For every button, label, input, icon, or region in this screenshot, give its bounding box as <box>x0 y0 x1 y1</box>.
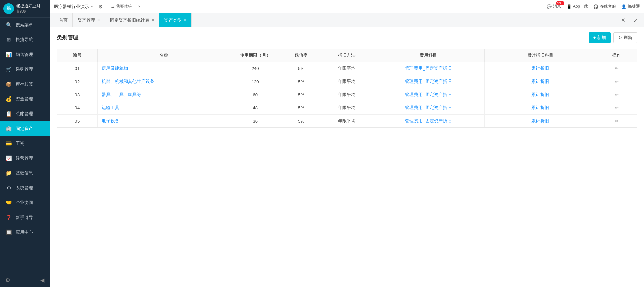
header-actions: + 新增 ↻ 刷新 <box>589 32 637 43</box>
table-row: 01 房屋及建筑物 240 5% 年限平均 管理费用_固定资产折旧 累计折旧 ✏ <box>57 62 637 75</box>
col-header-expense: 费用科目 <box>372 49 484 62</box>
sidebar-item-ledger[interactable]: 📋 总账管理 <box>0 106 50 121</box>
nav-label-search: 搜索菜单 <box>16 22 33 28</box>
topbar-settings-button[interactable]: ⚙ <box>96 2 105 11</box>
edit-icon[interactable]: ✏ <box>615 92 619 97</box>
table-row: 05 电子设备 36 5% 年限平均 管理费用_固定资产折旧 累计折旧 ✏ <box>57 115 637 128</box>
tab-close-button[interactable]: ✕ <box>618 15 628 25</box>
edit-icon[interactable]: ✏ <box>615 105 619 110</box>
col-header-accum: 累计折旧科目 <box>484 49 596 62</box>
tab-asset-type[interactable]: 资产类型 ✕ <box>159 13 192 27</box>
cell-name: 运输工具 <box>98 101 230 115</box>
edit-icon[interactable]: ✏ <box>615 79 619 84</box>
nav-label-purchase: 采购管理 <box>16 66 33 72</box>
nav-icon-system: ⚙ <box>5 185 12 191</box>
sidebar-item-operations[interactable]: 📈 经营管理 <box>0 151 50 166</box>
sidebar: 畅 畅捷通好业财 普及版 🔍 搜索菜单 ⊞ 快捷导航 📊 销售管理 🛒 采购管理… <box>0 0 50 287</box>
sidebar-item-fixed-assets[interactable]: 🏢 固定资产 <box>0 121 50 136</box>
nav-label-quick-nav: 快捷导航 <box>16 37 33 43</box>
col-header-action: 操作 <box>596 49 637 62</box>
nav-icon-cooperation: 🤝 <box>5 199 12 206</box>
cell-residual: 5% <box>281 75 321 88</box>
refresh-button[interactable]: ↻ 刷新 <box>613 32 637 43</box>
app-download-icon: 📱 <box>566 4 572 9</box>
settings-icon[interactable]: ⚙ <box>5 277 10 283</box>
col-header-period: 使用期限（月） <box>230 49 281 62</box>
sidebar-item-cooperation[interactable]: 🤝 企业协同 <box>0 195 50 210</box>
cell-expense: 管理费用_固定资产折旧 <box>372 88 484 101</box>
nav-label-system: 系统管理 <box>16 185 33 191</box>
cell-accum: 累计折旧 <box>484 75 596 88</box>
cell-residual: 5% <box>281 115 321 128</box>
table-row: 04 运输工具 48 5% 年限平均 管理费用_固定资产折旧 累计折旧 ✏ <box>57 101 637 115</box>
topbar-dropdown-icon[interactable]: ▾ <box>91 4 93 9</box>
nav-label-cooperation: 企业协同 <box>16 200 33 206</box>
sidebar-item-app-center[interactable]: 🔲 应用中心 <box>0 225 50 240</box>
topbar-app-download[interactable]: 📱 App下载 <box>566 4 588 9</box>
cell-method: 年限平均 <box>321 101 372 115</box>
cell-period: 36 <box>230 115 281 128</box>
cell-accum: 累计折旧 <box>484 62 596 75</box>
nav-label-fixed-assets: 固定资产 <box>16 126 33 132</box>
sidebar-item-purchase[interactable]: 🛒 采购管理 <box>0 62 50 77</box>
online-service-label: 在线客服 <box>600 4 616 9</box>
tab-asset-type-close[interactable]: ✕ <box>184 18 187 22</box>
topbar-messages[interactable]: 💬 消息 99 <box>547 4 561 9</box>
cell-expense: 管理费用_固定资产折旧 <box>372 62 484 75</box>
sidebar-item-sales[interactable]: 📊 销售管理 <box>0 47 50 62</box>
nav-icon-app-center: 🔲 <box>5 229 12 236</box>
cell-residual: 5% <box>281 88 321 101</box>
nav-label-ledger: 总账管理 <box>16 111 33 117</box>
sidebar-logo: 畅 畅捷通好业财 普及版 <box>0 0 50 18</box>
sidebar-item-inventory[interactable]: 📦 库存核算 <box>0 77 50 92</box>
edit-icon[interactable]: ✏ <box>615 118 619 124</box>
nav-icon-purchase: 🛒 <box>5 66 12 73</box>
user-avatar-icon: 👤 <box>621 4 626 9</box>
table-row: 02 机器、机械和其他生产设备 120 5% 年限平均 管理费用_固定资产折旧 … <box>57 75 637 88</box>
cell-expense: 管理费用_固定资产折旧 <box>372 101 484 115</box>
sidebar-item-basics[interactable]: 📁 基础信息 <box>0 166 50 181</box>
col-header-method: 折旧方法 <box>321 49 372 62</box>
topbar-title: 医疗器械行业演示 ▾ <box>54 4 93 10</box>
tab-home[interactable]: 首页 <box>54 13 73 27</box>
tab-expand-button[interactable]: ⤢ <box>631 15 640 25</box>
sidebar-item-search[interactable]: 🔍 搜索菜单 <box>0 18 50 32</box>
table-header-row: 编号 名称 使用期限（月） 残值率 折旧方法 费用科目 累计折旧科目 操作 <box>57 49 637 62</box>
tab-depreciation-report[interactable]: 固定资产折旧统计表 ✕ <box>105 13 159 27</box>
cell-action: ✏ <box>596 75 637 88</box>
tab-asset-type-label: 资产类型 <box>164 17 182 23</box>
cell-residual: 5% <box>281 62 321 75</box>
tab-depreciation-close[interactable]: ✕ <box>151 18 154 22</box>
tab-asset-management-label: 资产管理 <box>78 17 95 23</box>
nav-icon-guide: ❓ <box>5 214 12 221</box>
cell-name: 器具、工具、家具等 <box>98 88 230 101</box>
col-header-residual: 残值率 <box>281 49 321 62</box>
topbar-experience[interactable]: ☁ 我要体验一下 <box>111 4 140 9</box>
experience-icon: ☁ <box>111 4 115 9</box>
cell-code: 02 <box>57 75 98 88</box>
topbar-online-service[interactable]: 🎧 在线客服 <box>593 4 616 9</box>
topbar: 医疗器械行业演示 ▾ ⚙ ☁ 我要体验一下 💬 消息 99 📱 App下载 🎧 … <box>50 0 644 13</box>
sidebar-item-quick-nav[interactable]: ⊞ 快捷导航 <box>0 32 50 47</box>
new-button[interactable]: + 新增 <box>589 32 611 43</box>
col-header-code: 编号 <box>57 49 98 62</box>
edit-icon[interactable]: ✏ <box>615 66 619 71</box>
cell-action: ✏ <box>596 88 637 101</box>
sidebar-item-payroll[interactable]: 💳 工资 <box>0 136 50 151</box>
data-table-wrapper: 编号 名称 使用期限（月） 残值率 折旧方法 费用科目 累计折旧科目 操作 01… <box>57 49 637 128</box>
topbar-user[interactable]: 👤 畅捷通 <box>621 4 640 9</box>
tab-asset-management[interactable]: 资产管理 ✕ <box>73 13 105 27</box>
cell-expense: 管理费用_固定资产折旧 <box>372 115 484 128</box>
tab-asset-management-close[interactable]: ✕ <box>97 18 100 22</box>
sidebar-item-system[interactable]: ⚙ 系统管理 <box>0 181 50 195</box>
user-name: 畅捷通 <box>628 4 640 9</box>
collapse-icon[interactable]: ◀ <box>40 277 44 283</box>
nav-icon-sales: 📊 <box>5 51 12 58</box>
logo-icon: 畅 <box>3 3 14 14</box>
tab-home-label: 首页 <box>59 17 68 23</box>
cell-code: 01 <box>57 62 98 75</box>
cell-method: 年限平均 <box>321 115 372 128</box>
sidebar-item-guide[interactable]: ❓ 新手引导 <box>0 210 50 225</box>
sidebar-item-capital[interactable]: 💰 资金管理 <box>0 92 50 106</box>
nav-icon-operations: 📈 <box>5 155 12 162</box>
